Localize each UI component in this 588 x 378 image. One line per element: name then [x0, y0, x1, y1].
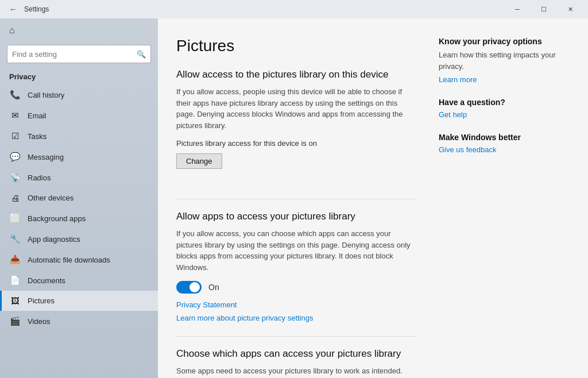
sidebar-item-other-devices[interactable]: 🖨Other devices [0, 188, 158, 208]
right-section2: Have a question? Get help [439, 98, 565, 119]
section-device-access: Allow access to the pictures library on … [176, 69, 416, 185]
sidebar-label-app-diagnostics: App diagnostics [28, 235, 80, 244]
section2-description: If you allow access, you can choose whic… [176, 228, 416, 273]
messaging-icon: 💬 [9, 152, 21, 162]
section1-status: Pictures library access for this device … [176, 139, 416, 148]
page-title: Pictures [176, 37, 416, 55]
section-choose-apps: Choose which apps can access your pictur… [176, 348, 416, 378]
sidebar-heading: Privacy [0, 68, 158, 84]
divider2 [176, 336, 416, 337]
search-input[interactable] [12, 50, 137, 59]
sidebar-label-call-history: Call history [28, 91, 64, 99]
background-apps-icon: ⬜ [9, 213, 21, 223]
documents-icon: 📄 [9, 275, 21, 286]
right-panel: Know your privacy options Learn how this… [439, 37, 565, 360]
tasks-icon: ☑ [9, 131, 21, 141]
toggle-label: On [208, 283, 219, 292]
learn-more-pictures-link[interactable]: Learn more about picture privacy setting… [176, 314, 416, 322]
section1-title: Allow access to the pictures library on … [176, 69, 416, 80]
search-icon: 🔍 [137, 50, 146, 59]
right-title3: Make Windows better [439, 133, 565, 142]
automatic-file-downloads-icon: 📥 [9, 254, 21, 265]
sidebar-item-app-diagnostics[interactable]: 🔧App diagnostics [0, 229, 158, 249]
right-title1: Know your privacy options [439, 37, 565, 46]
window-title: Settings [22, 5, 504, 13]
sidebar-label-messaging: Messaging [28, 153, 64, 161]
section3-title: Choose which apps can access your pictur… [176, 348, 416, 360]
search-box[interactable]: 🔍 [7, 45, 151, 63]
privacy-statement-link[interactable]: Privacy Statement [176, 300, 416, 309]
sidebar-label-tasks: Tasks [28, 132, 47, 141]
sidebar-label-documents: Documents [28, 276, 65, 285]
right-section3: Make Windows better Give us feedback [439, 133, 565, 154]
minimize-button[interactable]: ─ [504, 0, 531, 18]
right-link1[interactable]: Learn more [439, 75, 565, 84]
sidebar-label-email: Email [28, 111, 47, 120]
sidebar-item-automatic-file-downloads[interactable]: 📥Automatic file downloads [0, 249, 158, 270]
radios-icon: 📡 [9, 172, 21, 183]
main-content: Pictures Allow access to the pictures li… [158, 18, 588, 378]
sidebar: ⌂ 🔍 Privacy 📞Call history✉Email☑Tasks💬Me… [0, 18, 158, 378]
right-link3[interactable]: Give us feedback [439, 145, 565, 154]
sidebar-label-other-devices: Other devices [28, 194, 74, 202]
sidebar-item-videos[interactable]: 🎬Videos [0, 311, 158, 331]
app-body: ⌂ 🔍 Privacy 📞Call history✉Email☑Tasks💬Me… [0, 18, 588, 378]
section-app-access: Allow apps to access your pictures libra… [176, 211, 416, 322]
close-button[interactable]: ✕ [557, 0, 583, 18]
sidebar-item-radios[interactable]: 📡Radios [0, 167, 158, 188]
other-devices-icon: 🖨 [9, 193, 21, 203]
right-section1: Know your privacy options Learn how this… [439, 37, 565, 84]
sidebar-label-background-apps: Background apps [28, 214, 86, 223]
sidebar-item-email[interactable]: ✉Email [0, 105, 158, 126]
maximize-button[interactable]: ☐ [531, 0, 557, 18]
sidebar-item-documents[interactable]: 📄Documents [0, 270, 158, 291]
sidebar-item-call-history[interactable]: 📞Call history [0, 84, 158, 105]
section2-title: Allow apps to access your pictures libra… [176, 211, 416, 222]
window-controls: ─ ☐ ✕ [504, 0, 583, 18]
sidebar-label-automatic-file-downloads: Automatic file downloads [28, 256, 110, 264]
right-desc1: Learn how this setting impacts your priv… [439, 49, 565, 72]
section1-description: If you allow access, people using this d… [176, 86, 416, 131]
change-button[interactable]: Change [176, 153, 222, 169]
sidebar-label-pictures: Pictures [28, 296, 55, 305]
home-icon: ⌂ [9, 25, 15, 35]
videos-icon: 🎬 [9, 316, 21, 326]
call-history-icon: 📞 [9, 90, 21, 100]
email-icon: ✉ [9, 110, 21, 121]
section3-description: Some apps need to access your pictures l… [176, 365, 416, 378]
right-title2: Have a question? [439, 98, 565, 107]
sidebar-item-pictures[interactable]: 🖼Pictures [0, 291, 158, 311]
titlebar: ← Settings ─ ☐ ✕ [0, 0, 588, 18]
sidebar-items: 📞Call history✉Email☑Tasks💬Messaging📡Radi… [0, 84, 158, 331]
content-main: Pictures Allow access to the pictures li… [176, 37, 416, 360]
home-button[interactable]: ⌂ [0, 18, 158, 43]
app-diagnostics-icon: 🔧 [9, 234, 21, 244]
sidebar-item-messaging[interactable]: 💬Messaging [0, 146, 158, 167]
sidebar-label-radios: Radios [28, 173, 51, 182]
toggle-row: On [176, 281, 416, 294]
pictures-toggle[interactable] [176, 281, 202, 294]
sidebar-item-tasks[interactable]: ☑Tasks [0, 126, 158, 146]
sidebar-item-background-apps[interactable]: ⬜Background apps [0, 208, 158, 229]
pictures-icon: 🖼 [9, 296, 21, 306]
sidebar-label-videos: Videos [28, 317, 51, 326]
right-link2[interactable]: Get help [439, 110, 565, 119]
divider1 [176, 199, 416, 199]
back-button[interactable]: ← [5, 1, 22, 18]
